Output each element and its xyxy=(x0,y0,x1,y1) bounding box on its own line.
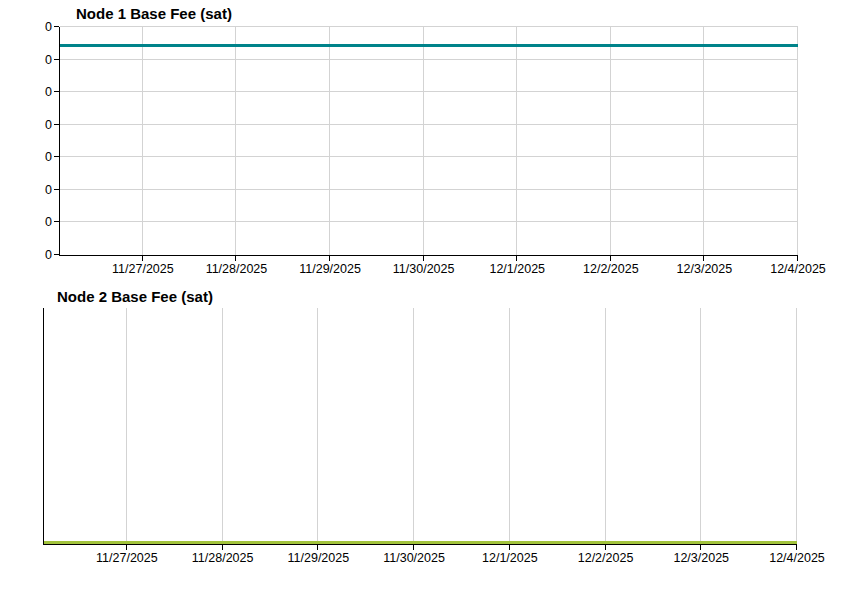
y-tick-mark xyxy=(54,254,59,255)
vertical-gridline xyxy=(317,308,318,544)
x-tick-label: 11/28/2025 xyxy=(206,262,268,276)
x-tick-mark xyxy=(423,256,424,261)
x-tick-mark xyxy=(222,545,223,550)
x-tick-mark xyxy=(703,256,704,261)
y-tick-mark xyxy=(54,124,59,125)
vertical-gridline xyxy=(222,308,223,544)
x-tick-mark xyxy=(610,256,611,261)
y-tick-label: 0 xyxy=(45,53,52,67)
horizontal-gridline xyxy=(60,189,798,190)
node1-series-line xyxy=(60,44,798,47)
horizontal-gridline xyxy=(60,221,798,222)
y-tick-mark xyxy=(54,59,59,60)
x-tick-mark xyxy=(235,256,236,261)
x-tick-label: 11/27/2025 xyxy=(112,262,174,276)
vertical-gridline xyxy=(605,308,606,544)
y-tick-label: 0 xyxy=(45,215,52,229)
y-tick-mark xyxy=(54,189,59,190)
x-tick-label: 12/4/2025 xyxy=(770,262,826,276)
x-tick-mark xyxy=(329,256,330,261)
x-tick-mark xyxy=(605,545,606,550)
node2-base-fee-chart: Node 2 Base Fee (sat) 11/27/202511/28/20… xyxy=(0,285,860,585)
y-tick-mark xyxy=(54,26,59,27)
x-tick-label: 11/27/2025 xyxy=(96,551,158,565)
x-tick-mark xyxy=(142,256,143,261)
x-tick-label: 11/29/2025 xyxy=(288,551,350,565)
x-tick-mark xyxy=(796,545,797,550)
x-tick-label: 11/30/2025 xyxy=(383,551,445,565)
x-tick-label: 11/29/2025 xyxy=(299,262,361,276)
x-tick-label: 12/1/2025 xyxy=(482,551,538,565)
y-tick-label: 0 xyxy=(45,118,52,132)
node2-chart-title: Node 2 Base Fee (sat) xyxy=(57,289,213,305)
vertical-gridline xyxy=(796,308,797,544)
x-tick-mark xyxy=(126,545,127,550)
horizontal-gridline xyxy=(60,124,798,125)
x-tick-label: 11/30/2025 xyxy=(393,262,455,276)
x-tick-label: 12/3/2025 xyxy=(677,262,733,276)
x-tick-mark xyxy=(413,545,414,550)
horizontal-gridline xyxy=(60,91,798,92)
x-tick-mark xyxy=(509,545,510,550)
vertical-gridline xyxy=(126,308,127,544)
horizontal-gridline xyxy=(60,26,798,27)
y-tick-mark xyxy=(54,221,59,222)
node2-plot-area: 11/27/202511/28/202511/29/202511/30/2025… xyxy=(43,308,797,545)
y-tick-label: 0 xyxy=(45,85,52,99)
x-tick-label: 12/2/2025 xyxy=(578,551,634,565)
x-tick-mark xyxy=(516,256,517,261)
x-tick-mark xyxy=(797,256,798,261)
y-tick-label: 0 xyxy=(45,20,52,34)
horizontal-gridline xyxy=(60,59,798,60)
y-tick-label: 0 xyxy=(45,248,52,262)
x-tick-label: 12/4/2025 xyxy=(769,551,825,565)
x-tick-mark xyxy=(700,545,701,550)
x-tick-label: 11/28/2025 xyxy=(192,551,254,565)
x-tick-mark xyxy=(317,545,318,550)
y-tick-mark xyxy=(54,156,59,157)
vertical-gridline xyxy=(509,308,510,544)
x-tick-label: 12/2/2025 xyxy=(583,262,639,276)
node2-series-line xyxy=(44,541,797,544)
y-tick-label: 0 xyxy=(45,150,52,164)
y-tick-label: 0 xyxy=(45,183,52,197)
y-tick-mark xyxy=(54,91,59,92)
vertical-gridline xyxy=(700,308,701,544)
vertical-gridline xyxy=(413,308,414,544)
x-tick-label: 12/1/2025 xyxy=(489,262,545,276)
node1-plot-area: 11/27/202511/28/202511/29/202511/30/2025… xyxy=(59,27,798,256)
x-tick-label: 12/3/2025 xyxy=(673,551,729,565)
node1-base-fee-chart: Node 1 Base Fee (sat) 11/27/202511/28/20… xyxy=(0,0,860,285)
horizontal-gridline xyxy=(60,156,798,157)
node1-chart-title: Node 1 Base Fee (sat) xyxy=(76,6,232,22)
